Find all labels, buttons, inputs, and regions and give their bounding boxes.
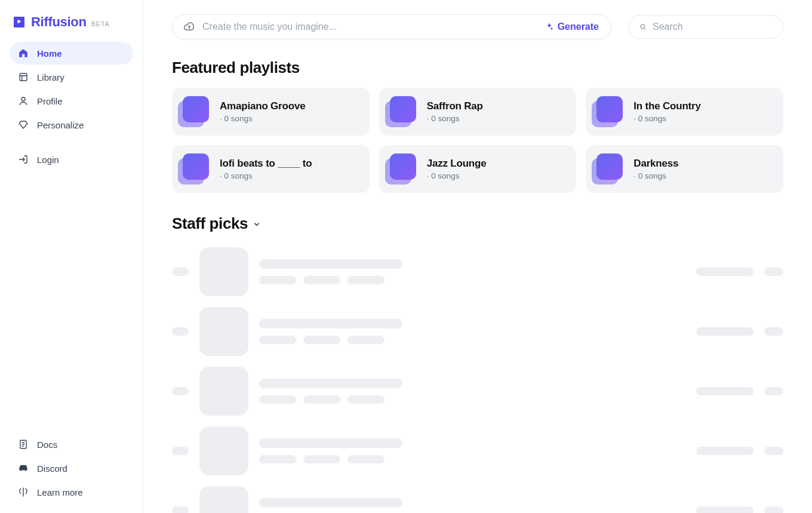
main-content: Generate Featured playlists Amapiano Gro… xyxy=(143,0,812,513)
playlist-thumb-icon xyxy=(182,155,210,183)
skeleton-tag xyxy=(347,276,385,284)
cloud-upload-icon xyxy=(183,21,195,33)
playlist-card[interactable]: Amapiano Groove· 0 songs xyxy=(172,88,370,136)
sidebar-item-learn-more[interactable]: Learn more xyxy=(10,481,133,503)
gem-icon xyxy=(18,119,29,130)
library-icon xyxy=(18,72,29,82)
sidebar-footer: Docs Discord Learn more xyxy=(10,433,133,503)
playlist-info: Jazz Lounge· 0 songs xyxy=(427,158,487,180)
svg-point-1 xyxy=(21,97,25,101)
skeleton-right xyxy=(696,506,753,513)
skeleton-artwork xyxy=(199,307,248,356)
skeleton-text-col xyxy=(259,319,685,344)
skeleton-tags xyxy=(259,276,685,284)
sidebar-item-label: Docs xyxy=(37,440,57,450)
skeleton-tag xyxy=(303,336,340,344)
chevron-down-icon xyxy=(251,219,262,229)
brand-name: Riffusion xyxy=(31,14,87,30)
staff-picks-list-loading xyxy=(172,247,783,513)
riffusion-logo-icon xyxy=(12,15,26,29)
sidebar-item-discord[interactable]: Discord xyxy=(10,457,133,480)
skeleton-tag xyxy=(259,276,296,284)
prompt-input[interactable] xyxy=(202,21,537,32)
sidebar-item-label: Learn more xyxy=(37,487,83,497)
playlist-thumb-icon xyxy=(389,155,417,183)
playlist-card[interactable]: Saffron Rap· 0 songs xyxy=(379,88,577,136)
skeleton-artwork xyxy=(199,247,248,296)
generate-bar[interactable]: Generate xyxy=(172,14,611,39)
playlist-name: Saffron Rap xyxy=(427,100,483,112)
featured-playlists-grid: Amapiano Groove· 0 songsSaffron Rap· 0 s… xyxy=(172,88,783,193)
sidebar-item-label: Home xyxy=(37,48,62,59)
playlist-name: lofi beats to ____ to xyxy=(220,158,312,170)
skeleton-index xyxy=(172,268,189,276)
playlist-info: lofi beats to ____ to· 0 songs xyxy=(220,158,312,180)
staff-picks-title: Staff picks xyxy=(172,214,248,233)
skeleton-end xyxy=(764,268,783,276)
skeleton-artwork xyxy=(199,426,248,475)
playlist-thumb-icon xyxy=(595,155,624,183)
sidebar-item-label: Login xyxy=(37,155,59,165)
skeleton-index xyxy=(172,506,189,513)
skeleton-title xyxy=(259,379,402,388)
brand[interactable]: Riffusion BETA xyxy=(10,10,133,42)
skeleton-text-col xyxy=(259,438,685,463)
svg-point-3 xyxy=(641,24,645,29)
skeleton-tag xyxy=(303,395,340,404)
sidebar-item-library[interactable]: Library xyxy=(10,66,133,88)
discord-icon xyxy=(18,463,29,474)
playlist-info: In the Country· 0 songs xyxy=(633,100,700,123)
playlist-meta: · 0 songs xyxy=(633,114,700,123)
playlist-name: Darkness xyxy=(633,158,678,170)
skeleton-tag xyxy=(303,455,340,463)
playlist-card[interactable]: In the Country· 0 songs xyxy=(586,88,783,136)
skeleton-index xyxy=(172,327,189,336)
skeleton-title xyxy=(259,319,402,328)
skeleton-tags xyxy=(259,395,685,404)
primary-nav: Home Library Profile Personalize Login xyxy=(10,42,133,171)
playlist-card[interactable]: lofi beats to ____ to· 0 songs xyxy=(172,145,370,193)
skeleton-tag xyxy=(259,455,296,463)
skeleton-row xyxy=(172,426,783,475)
sidebar-item-home[interactable]: Home xyxy=(10,42,133,64)
skeleton-row xyxy=(172,307,783,356)
staff-picks-heading[interactable]: Staff picks xyxy=(172,214,783,233)
sidebar-item-docs[interactable]: Docs xyxy=(10,433,133,456)
generate-button[interactable]: Generate xyxy=(545,21,599,32)
skeleton-title xyxy=(259,498,402,508)
sidebar-item-personalize[interactable]: Personalize xyxy=(10,113,133,136)
playlist-name: In the Country xyxy=(633,100,700,112)
skeleton-row xyxy=(172,367,783,416)
playlist-meta: · 0 songs xyxy=(427,171,487,180)
sidebar-item-label: Library xyxy=(37,72,64,82)
skeleton-title xyxy=(259,259,402,269)
playlist-meta: · 0 songs xyxy=(633,171,678,180)
search-input[interactable] xyxy=(653,21,772,32)
sparkle-icon xyxy=(545,22,554,32)
brand-badge: BETA xyxy=(91,20,110,30)
skeleton-index xyxy=(172,387,189,395)
skeleton-tag xyxy=(259,336,296,344)
search-bar[interactable] xyxy=(628,15,783,39)
playlist-thumb-icon xyxy=(182,97,210,126)
playlist-info: Darkness· 0 songs xyxy=(633,158,678,180)
sidebar-item-profile[interactable]: Profile xyxy=(10,90,133,112)
skeleton-tag xyxy=(347,455,385,463)
playlist-meta: · 0 songs xyxy=(220,114,305,123)
skeleton-right xyxy=(696,327,753,336)
topbar: Generate xyxy=(172,14,783,39)
skeleton-tag xyxy=(259,395,296,404)
svg-rect-0 xyxy=(20,73,27,81)
skeleton-right xyxy=(696,387,753,395)
skeleton-tag xyxy=(303,276,340,284)
playlist-card[interactable]: Darkness· 0 songs xyxy=(586,145,783,193)
playlist-card[interactable]: Jazz Lounge· 0 songs xyxy=(379,145,577,193)
skeleton-tags xyxy=(259,336,685,344)
playlist-name: Jazz Lounge xyxy=(427,158,487,170)
skeleton-tags xyxy=(259,455,685,463)
skeleton-artwork xyxy=(199,486,248,513)
skeleton-artwork xyxy=(199,367,248,416)
sidebar-login[interactable]: Login xyxy=(10,148,133,171)
sidebar: Riffusion BETA Home Library Profile Pers… xyxy=(0,0,143,513)
playlist-info: Saffron Rap· 0 songs xyxy=(427,100,483,123)
